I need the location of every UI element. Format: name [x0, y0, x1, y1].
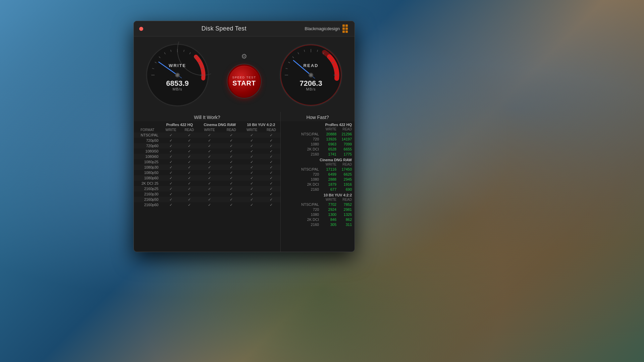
- fast-row-write: 6528: [321, 147, 336, 151]
- check-cell: ✓: [262, 132, 280, 138]
- format-label: 2160p50: [134, 197, 161, 202]
- app-window: Disk Speed Test Blackmagicdesign: [133, 21, 355, 252]
- fast-row-read: 1916: [336, 182, 352, 186]
- fast-row-write: 1741: [321, 152, 336, 156]
- check-cell: ✓: [221, 143, 241, 148]
- list-item: 2160 677 690: [283, 187, 352, 192]
- check-cell: ✓: [241, 165, 262, 170]
- yuv-read-col: READ: [336, 198, 352, 201]
- check-cell: ✓: [221, 197, 241, 202]
- check-cell: ✓: [198, 154, 221, 159]
- list-item: 1080 6963 7099: [283, 141, 352, 146]
- list-item: 2K DCI 6528 6655: [283, 146, 352, 152]
- write-gauge: WRITE 6853.9 MB/s: [144, 42, 211, 109]
- table-row: 720p60✓✓✓✓✓✓: [134, 143, 280, 148]
- table-row: 2K DCI 25✓✓✓✓✓✓: [134, 181, 280, 186]
- fast-row-label: 1080: [283, 142, 321, 146]
- fast-row-write: 305: [321, 223, 336, 227]
- start-button[interactable]: SPEED TEST START: [227, 64, 261, 98]
- brand-name: Blackmagicdesign: [305, 26, 340, 31]
- fast-row-write: 7702: [321, 202, 336, 206]
- how-fast-section: How Fast? ProRes 422 HQ WRITE READ NTSC/…: [281, 112, 355, 252]
- check-cell: ✓: [241, 202, 262, 207]
- fast-row-label: 1080: [283, 177, 321, 181]
- fast-row-write: 17116: [321, 167, 336, 171]
- check-cell: ✓: [241, 159, 262, 165]
- yuv-write-col: WRITE: [321, 198, 336, 201]
- will-it-work-table: ProRes 422 HQ Cinema DNG RAW 10 Bit YUV …: [134, 121, 280, 207]
- fast-row-read: 17450: [336, 167, 352, 171]
- check-cell: ✓: [180, 159, 198, 165]
- check-cell: ✓: [161, 181, 180, 186]
- cinema-write-col: WRITE: [321, 163, 336, 166]
- check-cell: ✓: [241, 175, 262, 181]
- content-area: Will It Work? ProRes 422 HQ Cinema DNG R…: [134, 112, 355, 252]
- check-cell: ✓: [161, 143, 180, 148]
- check-cell: ✓: [241, 181, 262, 186]
- format-label: 1080i50: [134, 148, 161, 154]
- prores-read-col: READ: [336, 127, 352, 131]
- check-cell: ✓: [221, 138, 241, 143]
- list-item: 2K DCI 1879 1916: [283, 182, 352, 187]
- start-label: START: [232, 80, 256, 86]
- prores-fast-title: ProRes 422 HQ: [283, 121, 352, 127]
- brand-logo: [342, 24, 349, 33]
- check-cell: ✓: [180, 165, 198, 170]
- fast-row-label: 2160: [283, 223, 321, 227]
- close-button[interactable]: [139, 27, 143, 31]
- cinema-read-header: READ: [221, 127, 241, 132]
- format-label: 1080p25: [134, 159, 161, 165]
- table-row: 1080p60✓✓✓✓✓✓: [134, 175, 280, 181]
- fast-row-label: NTSC/PAL: [283, 132, 321, 136]
- fast-row-read: 690: [336, 187, 352, 191]
- list-item: 2K DCI 846 862: [283, 217, 352, 222]
- list-item: 2160 305 311: [283, 222, 352, 227]
- check-cell: ✓: [161, 148, 180, 154]
- table-row: 2160p60✓✓✓✓✓✓: [134, 202, 280, 207]
- check-cell: ✓: [180, 143, 198, 148]
- check-cell: ✓: [180, 181, 198, 186]
- fast-row-write: 2888: [321, 177, 336, 181]
- fast-row-label: 2K DCI: [283, 147, 321, 151]
- fast-row-read: 6625: [336, 172, 352, 176]
- svg-text:6853.9: 6853.9: [166, 79, 189, 87]
- check-cell: ✓: [198, 143, 221, 148]
- check-cell: ✓: [180, 175, 198, 181]
- fast-row-read: 862: [336, 218, 352, 222]
- format-label: 720p50: [134, 138, 161, 143]
- svg-text:MB/s: MB/s: [306, 87, 316, 91]
- fast-row-read: 311: [336, 223, 352, 227]
- svg-text:MB/s: MB/s: [172, 87, 182, 91]
- yuv-fast-rows: NTSC/PAL 7702 7852 720 2924 2981 1080 13…: [283, 202, 352, 227]
- settings-gear-icon[interactable]: ⚙: [241, 52, 247, 60]
- fast-row-read: 14197: [336, 137, 352, 141]
- check-cell: ✓: [198, 191, 221, 197]
- format-label: 2K DCI 25: [134, 181, 161, 186]
- yuv-header: 10 Bit YUV 4:2:2: [241, 121, 280, 127]
- yuv-fast-headers: WRITE READ: [283, 197, 352, 202]
- list-item: 720 13926 14197: [283, 136, 352, 141]
- check-cell: ✓: [262, 138, 280, 143]
- check-cell: ✓: [198, 186, 221, 191]
- format-label: 2160p30: [134, 191, 161, 197]
- cinema-fast-title: Cinema DNG RAW: [283, 157, 352, 162]
- format-label: 1080p50: [134, 170, 161, 175]
- check-cell: ✓: [241, 186, 262, 191]
- list-item: NTSC/PAL 7702 7852: [283, 202, 352, 207]
- fast-row-write: 2924: [321, 207, 336, 212]
- check-cell: ✓: [262, 181, 280, 186]
- check-cell: ✓: [221, 132, 241, 138]
- yuv-read-header: READ: [262, 127, 280, 132]
- gauges-area: WRITE 6853.9 MB/s ⚙ SPEED TEST START: [134, 37, 355, 112]
- check-cell: ✓: [161, 186, 180, 191]
- format-label: 1080i60: [134, 154, 161, 159]
- list-item: 1080 1300 1325: [283, 212, 352, 217]
- check-cell: ✓: [221, 186, 241, 191]
- fast-row-label: 2160: [283, 152, 321, 156]
- table-row: 2160p50✓✓✓✓✓✓: [134, 197, 280, 202]
- check-cell: ✓: [180, 132, 198, 138]
- check-cell: ✓: [161, 175, 180, 181]
- svg-point-39: [310, 74, 312, 76]
- cinema-fast-rows: NTSC/PAL 17116 17450 720 6499 6625 1080 …: [283, 167, 352, 192]
- table-row: 1080p30✓✓✓✓✓✓: [134, 165, 280, 170]
